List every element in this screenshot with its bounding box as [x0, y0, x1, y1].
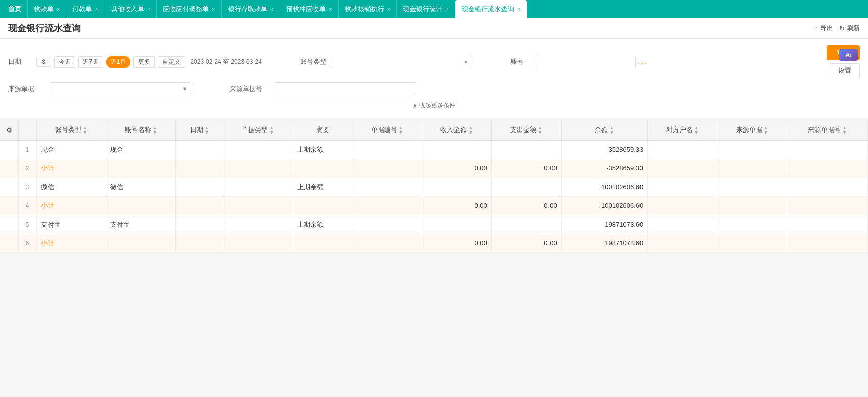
- row-checkbox-cell[interactable]: [0, 140, 18, 159]
- row-date: [176, 234, 223, 252]
- row-date: [176, 159, 223, 178]
- row-seq: 5: [18, 215, 36, 234]
- header-bar: 现金银行流水查询 ↑ 导出 ↻ 刷新: [0, 18, 868, 39]
- settings-button[interactable]: 设置: [830, 63, 860, 78]
- nav-tab-预收冲应收单[interactable]: 预收冲应收单×: [280, 0, 338, 18]
- table-header-balance[interactable]: 余额▲▼: [561, 120, 648, 140]
- refresh-button[interactable]: ↻ 刷新: [839, 24, 860, 33]
- row-source-doc-no: [787, 159, 867, 178]
- nav-tab-应收应付调整单[interactable]: 应收应付调整单×: [157, 0, 221, 18]
- nav-tab-收款核销执行[interactable]: 收款核销执行×: [339, 0, 397, 18]
- nav-tab-label: 现金银行流水查询: [462, 5, 514, 14]
- date-btn-yesterday[interactable]: ⚙: [36, 57, 51, 67]
- account-type-select[interactable]: ▾: [331, 56, 472, 68]
- row-source-doc: [717, 178, 787, 196]
- date-btn-7days[interactable]: 近7天: [78, 56, 103, 68]
- table-row[interactable]: 4 小计 0.00 0.00 100102606.60: [0, 196, 868, 215]
- source-doc-select[interactable]: ▾: [50, 82, 191, 95]
- date-btn-custom[interactable]: 自定义: [158, 56, 185, 68]
- source-doc-num-label: 来源单据号: [230, 84, 262, 94]
- source-doc-num-input[interactable]: [275, 82, 416, 95]
- nav-tab-现金银行统计[interactable]: 现金银行统计×: [397, 0, 455, 18]
- nav-home[interactable]: 首页: [2, 0, 28, 18]
- row-income: 0.00: [422, 196, 491, 215]
- date-btn-1month[interactable]: 近1月: [106, 56, 131, 68]
- table-header-doc-no[interactable]: 单据编号▲▼: [352, 120, 422, 140]
- row-counterpart: [648, 178, 717, 196]
- table-header-date[interactable]: 日期▲▼: [176, 120, 223, 140]
- row-expense: 0.00: [491, 196, 561, 215]
- table-row[interactable]: 3 微信 微信 上期余额 100102606.60: [0, 178, 868, 196]
- table-row[interactable]: 5 支付宝 支付宝 上期余额 19871073.60: [0, 215, 868, 234]
- row-seq: 6: [18, 234, 36, 252]
- row-date: [176, 196, 223, 215]
- export-button[interactable]: ↑ 导出: [815, 24, 834, 33]
- table-row[interactable]: 2 小计 0.00 0.00 -3528659.33: [0, 159, 868, 178]
- table-header-doc-type[interactable]: 单据类型▲▼: [223, 120, 293, 140]
- nav-tab-付款单[interactable]: 付款单×: [66, 0, 105, 18]
- nav-tab-银行存取款单[interactable]: 银行存取款单×: [222, 0, 280, 18]
- row-summary: [293, 196, 352, 215]
- table-header-gear[interactable]: ⚙: [0, 120, 18, 140]
- table-wrapper[interactable]: ⚙ 账号类型▲▼ 账号名称▲▼ 日期▲▼ 单据类型▲▼ 摘要 单据编号▲▼ 收入…: [0, 120, 868, 253]
- row-counterpart: [648, 234, 717, 252]
- close-icon[interactable]: ×: [445, 6, 448, 12]
- account-input[interactable]: [535, 56, 636, 68]
- close-icon[interactable]: ×: [270, 6, 273, 12]
- table-header-row: ⚙ 账号类型▲▼ 账号名称▲▼ 日期▲▼ 单据类型▲▼ 摘要 单据编号▲▼ 收入…: [0, 120, 868, 140]
- row-summary: [293, 234, 352, 252]
- collapse-label: 收起更多条件: [419, 101, 455, 110]
- close-icon[interactable]: ×: [57, 6, 60, 12]
- row-doc-type: [223, 140, 293, 159]
- page-title: 现金银行流水查询: [8, 22, 81, 34]
- table-header-counterpart[interactable]: 对方户名▲▼: [648, 120, 717, 140]
- row-checkbox-cell[interactable]: [0, 215, 18, 234]
- row-source-doc: [717, 234, 787, 252]
- close-icon[interactable]: ×: [95, 6, 98, 12]
- row-account-name: 支付宝: [106, 215, 176, 234]
- row-checkbox-cell[interactable]: [0, 178, 18, 196]
- nav-tab-现金银行流水查询[interactable]: 现金银行流水查询×: [455, 0, 527, 18]
- row-checkbox-cell[interactable]: [0, 234, 18, 252]
- close-icon[interactable]: ×: [517, 6, 520, 12]
- table-header-account-name[interactable]: 账号名称▲▼: [106, 120, 176, 140]
- table-header-income[interactable]: 收入金额▲▼: [422, 120, 491, 140]
- row-counterpart: [648, 159, 717, 178]
- table-header-source-doc[interactable]: 来源单据▲▼: [717, 120, 787, 140]
- row-summary: 上期余额: [293, 178, 352, 196]
- row-income: [422, 140, 491, 159]
- nav-tab-收款单[interactable]: 收款单×: [28, 0, 66, 18]
- row-doc-type: [223, 215, 293, 234]
- filter-row-date: 日期 ⚙ 今天 近7天 近1月 更多 自定义 2023-02-24 至 2023…: [8, 45, 860, 78]
- row-checkbox-cell[interactable]: [0, 196, 18, 215]
- row-seq: 3: [18, 178, 36, 196]
- table-row[interactable]: 6 小计 0.00 0.00 19871073.60: [0, 234, 868, 252]
- table-header-expense[interactable]: 支出金额▲▼: [491, 120, 561, 140]
- date-btn-today[interactable]: 今天: [54, 56, 75, 68]
- table-header-seq: [18, 120, 36, 140]
- nav-tab-其他收入单[interactable]: 其他收入单×: [105, 0, 157, 18]
- row-counterpart: [648, 215, 717, 234]
- table-header-source-doc-no[interactable]: 来源单据号▲▼: [787, 120, 867, 140]
- row-source-doc-no: [787, 178, 867, 196]
- export-icon: ↑: [815, 25, 818, 32]
- account-type-label: 账号类型: [300, 57, 327, 66]
- close-icon[interactable]: ×: [329, 6, 332, 12]
- filter-area: 日期 ⚙ 今天 近7天 近1月 更多 自定义 2023-02-24 至 2023…: [0, 39, 868, 118]
- collapse-bar[interactable]: ∧ 收起更多条件: [8, 99, 860, 112]
- close-icon[interactable]: ×: [387, 6, 390, 12]
- row-checkbox-cell[interactable]: [0, 159, 18, 178]
- date-options: ⚙ 今天 近7天 近1月 更多 自定义 2023-02-24 至 2023-03…: [36, 56, 262, 68]
- close-icon[interactable]: ×: [212, 6, 215, 12]
- ai-badge[interactable]: Ai: [839, 49, 858, 61]
- close-icon[interactable]: ×: [147, 6, 150, 12]
- row-doc-type: [223, 178, 293, 196]
- row-balance: -3528659.33: [561, 159, 648, 178]
- table-header-account-type[interactable]: 账号类型▲▼: [36, 120, 106, 140]
- account-dots-btn[interactable]: ...: [638, 57, 648, 66]
- row-expense: 0.00: [491, 159, 561, 178]
- row-account-type: 小计: [36, 196, 106, 215]
- row-account-name: [106, 159, 176, 178]
- date-btn-more[interactable]: 更多: [133, 56, 155, 68]
- table-row[interactable]: 1 现金 现金 上期余额 -3528659.33: [0, 140, 868, 159]
